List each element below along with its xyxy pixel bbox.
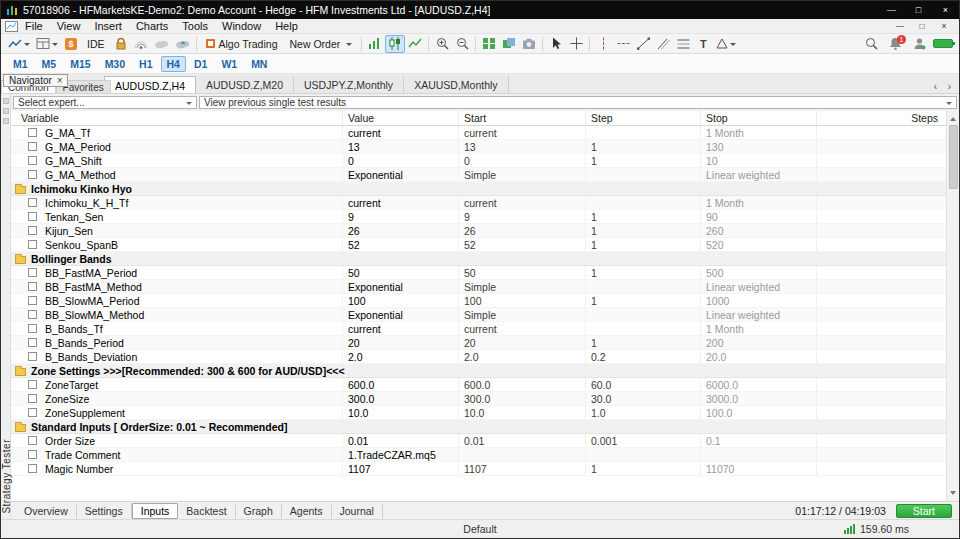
stop-cell[interactable]: 100.0 [701,406,817,419]
start-cell[interactable]: Simple [459,168,586,181]
navigator-tab[interactable]: Navigator × [3,74,68,87]
column-header-stop[interactable]: Stop [701,111,817,125]
step-cell[interactable]: 0.001 [586,434,701,447]
steps-cell[interactable] [817,308,946,321]
input-row[interactable]: G_MA_Tfcurrentcurrent1 Month [11,126,946,140]
lock-icon[interactable] [111,35,131,53]
value-cell[interactable]: 10.0 [343,406,459,419]
cascade-windows-button[interactable] [499,35,519,53]
horizontal-line-tool[interactable] [613,35,633,53]
steps-cell[interactable] [817,224,946,237]
optimize-checkbox[interactable] [28,408,37,417]
step-cell[interactable] [586,126,701,139]
stop-cell[interactable]: 3000.0 [701,392,817,405]
crosshair-tool-button[interactable] [566,35,586,53]
optimize-checkbox[interactable] [28,142,37,151]
value-cell[interactable]: 52 [343,238,459,251]
table-scrollbar[interactable] [946,111,959,501]
steps-cell[interactable] [817,280,946,293]
value-cell[interactable]: 13 [343,140,459,153]
steps-cell[interactable] [817,392,946,405]
bars-chart-button[interactable] [365,35,385,53]
input-row[interactable]: BB_FastMA_MethodExponentialSimpleLinear … [11,280,946,294]
step-cell[interactable] [586,196,701,209]
panel-icon[interactable] [3,118,9,124]
steps-cell[interactable] [817,448,946,461]
step-cell[interactable]: 1 [586,462,701,475]
step-cell[interactable] [586,168,701,181]
stop-cell[interactable]: 260 [701,224,817,237]
steps-cell[interactable] [817,434,946,447]
value-cell[interactable]: 300.0 [343,392,459,405]
value-cell[interactable]: 600.0 [343,378,459,391]
start-cell[interactable] [459,448,586,461]
column-header-start[interactable]: Start [459,111,586,125]
fibonacci-tool[interactable] [673,35,693,53]
start-cell[interactable]: 0 [459,154,586,167]
steps-cell[interactable] [817,140,946,153]
optimize-checkbox[interactable] [28,282,37,291]
stop-cell[interactable]: 10 [701,154,817,167]
stop-cell[interactable]: 1 Month [701,196,817,209]
value-cell[interactable]: Exponential [343,168,459,181]
stop-cell[interactable]: 1000 [701,294,817,307]
tester-tab-journal[interactable]: Journal [332,503,383,519]
chart-tab-1[interactable]: AUDUSD.Z,M20 [196,76,294,93]
input-row[interactable]: Magic Number11071107111070 [11,462,946,476]
profile-name[interactable]: Default [463,523,496,535]
stop-cell[interactable]: 11070 [701,462,817,475]
tester-tab-settings[interactable]: Settings [77,503,132,519]
step-cell[interactable]: 1 [586,238,701,251]
value-cell[interactable]: 100 [343,294,459,307]
start-cell[interactable]: 2.0 [459,350,586,363]
start-cell[interactable]: 300.0 [459,392,586,405]
start-cell[interactable]: 26 [459,224,586,237]
optimize-checkbox[interactable] [28,310,37,319]
input-row[interactable]: Trade Comment1.TradeCZAR.mq5 [11,448,946,462]
algo-trading-button[interactable]: Algo Trading [200,35,284,53]
steps-cell[interactable] [817,294,946,307]
tester-tab-overview[interactable]: Overview [16,503,77,519]
new-order-button[interactable]: New Order [283,35,358,53]
chart-profiles-button[interactable] [33,35,61,53]
cloud-upload-icon[interactable] [172,35,193,53]
tile-windows-button[interactable] [479,35,499,53]
start-cell[interactable]: 50 [459,266,586,279]
step-cell[interactable] [586,308,701,321]
timeframe-button-m30[interactable]: M30 [99,56,131,72]
mql5-services-icon[interactable]: $ [61,35,81,53]
stop-cell[interactable]: 6000.0 [701,378,817,391]
chart-tab-0[interactable]: AUDUSD.Z,H4 [104,76,196,93]
tester-tab-graph[interactable]: Graph [236,503,282,519]
step-cell[interactable]: 1 [586,140,701,153]
search-icon[interactable] [861,35,881,53]
optimize-checkbox[interactable] [28,394,37,403]
column-header-step[interactable]: Step [586,111,701,125]
start-cell[interactable]: 52 [459,238,586,251]
start-button[interactable]: Start [896,504,952,518]
tester-tab-backtest[interactable]: Backtest [178,503,235,519]
menu-item-tools[interactable]: Tools [175,20,215,32]
start-cell[interactable]: current [459,126,586,139]
timeframe-button-m1[interactable]: M1 [7,56,34,72]
value-cell[interactable]: current [343,322,459,335]
stop-cell[interactable]: Linear weighted [701,308,817,321]
child-restore-button[interactable]: □ [911,21,933,31]
zoom-in-button[interactable] [432,35,452,53]
panel-icon[interactable] [3,98,9,104]
start-cell[interactable]: current [459,322,586,335]
start-cell[interactable]: 0.01 [459,434,586,447]
screenshot-button[interactable] [519,35,539,53]
optimize-checkbox[interactable] [28,380,37,389]
value-cell[interactable]: 50 [343,266,459,279]
cursor-tool-button[interactable] [546,35,566,53]
steps-cell[interactable] [817,168,946,181]
steps-cell[interactable] [817,196,946,209]
step-cell[interactable]: 1 [586,266,701,279]
strategy-tester-label[interactable]: Strategy Tester [0,439,11,514]
start-cell[interactable]: Simple [459,280,586,293]
input-row[interactable]: B_Bands_Period20201200 [11,336,946,350]
steps-cell[interactable] [817,126,946,139]
optimize-checkbox[interactable] [28,352,37,361]
maximize-button[interactable]: □ [905,1,932,19]
